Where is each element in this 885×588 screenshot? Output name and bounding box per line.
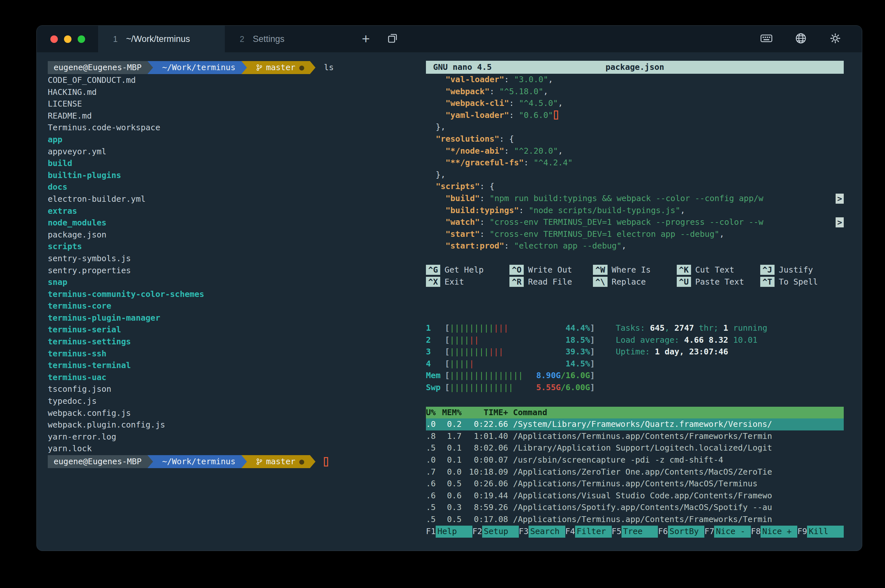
- htop-fkey-f1[interactable]: F1Help: [426, 526, 472, 538]
- nano-line: "build": "npm run build:typings && webpa…: [426, 193, 844, 205]
- htop-fkey-f6[interactable]: F6SortBy: [658, 526, 704, 538]
- nano-shortcut: ^RRead File: [509, 276, 593, 288]
- nano-line: "val-loader": "3.0.0",: [426, 74, 844, 86]
- tab-index: 1: [113, 34, 118, 44]
- file-entry: yarn.lock: [48, 443, 419, 455]
- keyboard-icon: [760, 34, 772, 44]
- nano-shortcut-bar: ^GGet Help^OWrite Out^WWhere Is^KCut Tex…: [426, 264, 844, 276]
- file-entry: README.md: [48, 110, 419, 122]
- process-rows: .00.20:22.66/System/Library/Frameworks/Q…: [426, 418, 844, 525]
- nano-line: "webpack": "^5.18.0",: [426, 86, 844, 98]
- process-row[interactable]: .50.38:59.26/Applications/Spotify.app/Co…: [426, 502, 844, 514]
- git-dirty-dot: ●: [299, 62, 304, 74]
- traffic-lights: [37, 26, 98, 52]
- line-continuation-marker: >: [836, 218, 844, 227]
- meter-1: 1[||||||||||||44.4%]: [426, 322, 595, 334]
- globe-button[interactable]: [789, 33, 813, 45]
- tab-bar: 1 ~/Work/terminus 2 Settings +: [37, 26, 862, 52]
- htop-stats: Tasks: 645, 2747 thr; 1 runningLoad aver…: [616, 322, 767, 394]
- nano-shortcut: ^JJustify: [760, 264, 844, 276]
- file-entry: LICENSE: [48, 98, 419, 110]
- htop-process-table: U%MEM%TIME+Command .00.20:22.66/System/L…: [426, 407, 844, 538]
- htop-fkey-f7[interactable]: F7Nice -: [704, 526, 751, 538]
- process-row[interactable]: .60.60:19.44/Applications/Visual Studio …: [426, 490, 844, 502]
- nano-shortcut: ^OWrite Out: [509, 264, 593, 276]
- nano-line: "build:typings": "node scripts/build-typ…: [426, 205, 844, 217]
- process-row[interactable]: .50.18:02.06/Library/Application Support…: [426, 442, 844, 454]
- meter-3: 3[|||||||||||39.3%]: [426, 346, 595, 358]
- terminal-pane-htop[interactable]: 1[||||||||||||44.4%]2[||||||18.5%]3[||||…: [426, 288, 844, 538]
- new-tab-button[interactable]: +: [351, 26, 380, 52]
- powerline-arrow: [147, 455, 153, 468]
- directory-entry: terminus-plugin-manager: [48, 312, 419, 324]
- process-row[interactable]: .50.50:17.08/Applications/Terminus.app/C…: [426, 514, 844, 526]
- overlapping-windows-icon: [387, 33, 398, 45]
- file-entry: electron-builder.yml: [48, 193, 419, 206]
- directory-entry: docs: [48, 181, 419, 193]
- nano-line: "webpack-cli": "^4.5.0",: [426, 98, 844, 110]
- typed-command: ls: [324, 62, 334, 74]
- directory-entry: builtin-plugins: [48, 170, 419, 182]
- nano-cursor: [554, 111, 558, 120]
- gear-icon: [830, 33, 841, 45]
- process-row[interactable]: .00.20:22.66/System/Library/Frameworks/Q…: [426, 418, 844, 430]
- file-entry: package.json: [48, 229, 419, 241]
- process-row[interactable]: .60.50:26.06/Applications/Terminus.app/C…: [426, 478, 844, 490]
- process-table-header: U%MEM%TIME+Command: [426, 407, 844, 419]
- meter-mem: Mem[|||||||||||||||8.90G/16.0G]: [426, 370, 595, 382]
- shell-prompt-top: eugene@Eugenes-MBP ~/Work/terminus maste…: [48, 61, 419, 74]
- nano-line: "yaml-loader": "0.6.0": [426, 110, 844, 122]
- tab-settings[interactable]: 2 Settings: [225, 26, 351, 52]
- process-row[interactable]: .00.10:00.07/usr/sbin/screencapture -pdi…: [426, 454, 844, 466]
- settings-button[interactable]: [823, 33, 848, 45]
- file-entry: Terminus.code-workspace: [48, 122, 419, 134]
- htop-fkey-f3[interactable]: F3Search: [519, 526, 565, 538]
- globe-icon: [795, 33, 806, 45]
- close-window-button[interactable]: [50, 35, 58, 43]
- file-entry: appveyor.yml: [48, 146, 419, 158]
- prompt-path-segment: ~/Work/terminus: [153, 61, 242, 74]
- htop-fkey-f5[interactable]: F5Tree: [612, 526, 658, 538]
- htop-function-key-bar: F1HelpF2SetupF3SearchF4FilterF5TreeF6Sor…: [426, 526, 844, 538]
- htop-fkey-f8[interactable]: F8Nice +: [751, 526, 797, 538]
- nano-shortcut: ^WWhere Is: [593, 264, 676, 276]
- directory-entry: terminus-uac: [48, 372, 419, 384]
- process-row[interactable]: .81.71:01.40/Applications/Terminus.app/C…: [426, 430, 844, 442]
- htop-fkey-f4[interactable]: F4Filter: [565, 526, 612, 538]
- nano-editor-content: "val-loader": "3.0.0", "webpack": "^5.18…: [426, 74, 844, 252]
- htop-fkey-f9[interactable]: F9Kill: [797, 526, 844, 538]
- directory-entry: terminus-terminal: [48, 360, 419, 372]
- tab-overview-button[interactable]: [380, 26, 405, 52]
- htop-stat-line: Uptime: 1 day, 23:07:46: [616, 346, 767, 358]
- htop-stat-line: Tasks: 645, 2747 thr; 1 running: [616, 322, 767, 334]
- directory-entry: extras: [48, 206, 419, 218]
- powerline-arrow: [147, 61, 153, 74]
- tab-title: ~/Work/terminus: [126, 34, 190, 44]
- file-entry: CODE_OF_CONDUCT.md: [48, 74, 419, 86]
- terminal-pane-nano[interactable]: GNU nano 4.5 package.json "val-loader": …: [426, 61, 844, 288]
- terminal-content: eugene@Eugenes-MBP ~/Work/terminus maste…: [37, 52, 862, 550]
- zoom-window-button[interactable]: [78, 35, 85, 43]
- terminal-pane-shell[interactable]: eugene@Eugenes-MBP ~/Work/terminus maste…: [37, 52, 419, 550]
- tab-terminal[interactable]: 1 ~/Work/terminus: [98, 26, 225, 52]
- powerline-arrow: [310, 61, 315, 74]
- meter-swp: Swp[|||||||||||||5.55G/6.00G]: [426, 382, 595, 394]
- nano-line: "*/node-abi": "^2.20.0",: [426, 145, 844, 157]
- htop-fkey-f2[interactable]: F2Setup: [472, 526, 519, 538]
- nano-shortcut: ^XExit: [426, 276, 509, 288]
- file-entry: HACKING.md: [48, 86, 419, 98]
- terminal-window: 1 ~/Work/terminus 2 Settings +: [36, 26, 862, 551]
- keyboard-shortcuts-button[interactable]: [754, 34, 779, 44]
- process-row[interactable]: .70.010:18.09/Applications/ZeroTier One.…: [426, 466, 844, 478]
- nano-line: "**/graceful-fs": "^4.2.4": [426, 157, 844, 169]
- prompt-git-segment: master●: [247, 455, 310, 468]
- minimize-window-button[interactable]: [64, 35, 72, 43]
- directory-entry: terminus-community-color-schemes: [48, 288, 419, 300]
- nano-line: "start:prod": "electron app --debug",: [426, 240, 844, 252]
- prompt-user-segment: eugene@Eugenes-MBP: [48, 61, 147, 74]
- tab-index: 2: [240, 34, 244, 44]
- nano-line: "watch": "cross-env TERMINUS_DEV=1 webpa…: [426, 216, 844, 228]
- directory-entry: scripts: [48, 241, 419, 253]
- nano-line: },: [426, 121, 844, 133]
- directory-entry: node_modules: [48, 217, 419, 229]
